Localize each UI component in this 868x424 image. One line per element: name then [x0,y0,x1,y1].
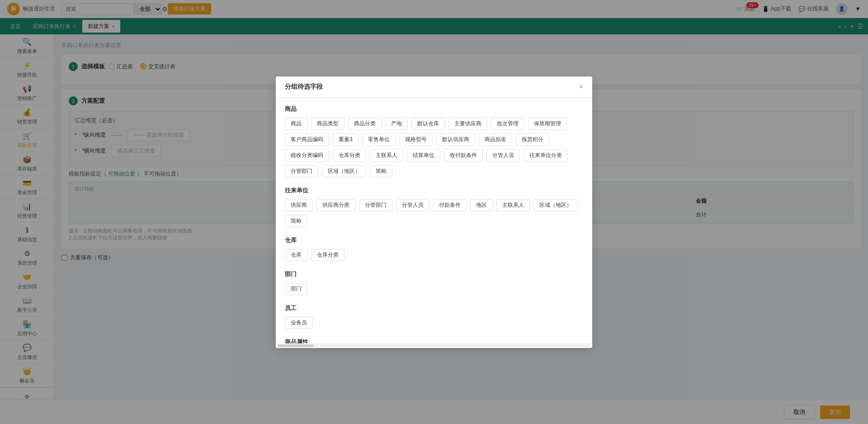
group-warehouse: 仓库 仓库 仓库分类 [285,236,583,261]
field-warehouse[interactable]: 仓库 [285,249,307,261]
field-default-warehouse[interactable]: 默认仓库 [411,118,445,130]
field-origin[interactable]: 产地 [385,118,408,130]
group-warehouse-title: 仓库 [285,236,583,244]
warehouse-fields: 仓库 仓库分类 [285,249,583,261]
modal-header: 分组待选字段 × [276,76,592,98]
field-region-partner[interactable]: 地区 [470,199,493,211]
group-partner-title: 往来单位 [285,186,583,195]
modal-horizontal-scrollbar[interactable] [276,343,592,348]
modal-body[interactable]: 商品 商品 商品类型 商品分类 产地 默认仓库 主要供应商 批次管理 保质期管理… [276,98,592,343]
partner-fields: 供应商 供应商分类 分管部门 分管人员 付款条件 地区 主联系人 区域（地区） … [285,199,583,227]
field-weight3[interactable]: 重量3 [333,133,359,146]
dept-fields: 部门 [285,283,583,295]
field-product-type[interactable]: 商品类型 [311,118,344,130]
field-retail-unit[interactable]: 零售单位 [362,133,396,146]
field-sales-person[interactable]: 业务员 [285,317,313,329]
modal-close-button[interactable]: × [579,83,583,91]
field-supplier[interactable]: 供应商 [285,199,313,211]
field-short-name-partner[interactable]: 简称 [285,215,307,227]
group-product-attr-title: 商品属性 [285,338,583,343]
field-customer-code[interactable]: 客户商品编码 [285,133,329,146]
field-product-alias[interactable]: 商品别名 [479,133,512,146]
modal-overlay: 分组待选字段 × 商品 商品 商品类型 商品分类 产地 默认仓库 主要供应商 批… [0,0,868,424]
field-spec-model[interactable]: 规格型号 [399,133,433,146]
field-mgmt-person[interactable]: 分管人员 [396,199,429,211]
field-supplier-category[interactable]: 供应商分类 [316,199,355,211]
hscroll-track [278,344,590,347]
group-product-title: 商品 [285,105,583,113]
field-dept-in-charge[interactable]: 分管部门 [285,165,318,177]
field-expiry-mgmt[interactable]: 保质期管理 [528,118,567,130]
field-warehouse-category[interactable]: 仓库分类 [333,149,366,162]
field-payment-condition[interactable]: 付款条件 [433,199,467,211]
field-payment-terms[interactable]: 收付款条件 [444,149,483,162]
group-employee-title: 员工 [285,304,583,312]
group-product: 商品 商品 商品类型 商品分类 产地 默认仓库 主要供应商 批次管理 保质期管理… [285,105,583,177]
field-region-partner2[interactable]: 区域（地区） [533,199,578,211]
field-partner-category[interactable]: 往来单位分类 [524,149,568,162]
modal: 分组待选字段 × 商品 商品 商品类型 商品分类 产地 默认仓库 主要供应商 批… [276,76,592,348]
field-settlement-unit[interactable]: 结算单位 [407,149,440,162]
field-main-contact-partner[interactable]: 主联系人 [496,199,530,211]
group-dept-title: 部门 [285,270,583,278]
field-short-name-product[interactable]: 简称 [370,165,392,177]
field-region-product[interactable]: 区域（地区） [322,165,366,177]
group-dept: 部门 部门 [285,270,583,295]
field-default-supplier[interactable]: 默认供应商 [436,133,475,146]
hscroll-thumb [278,344,314,347]
field-product-category[interactable]: 商品分类 [348,118,382,130]
product-fields: 商品 商品类型 商品分类 产地 默认仓库 主要供应商 批次管理 保质期管理 客户… [285,118,583,177]
field-supervisor[interactable]: 分管人员 [486,149,520,162]
group-product-attr: 商品属性 属性 颜色 多规格 尺码 鞋码 1 [285,338,583,343]
employee-fields: 业务员 [285,317,583,329]
field-warehouse-cat[interactable]: 仓库分类 [311,249,344,261]
field-tax-code[interactable]: 税收分类编码 [285,149,329,162]
field-mgmt-dept[interactable]: 分管部门 [359,199,392,211]
group-partner: 往来单位 供应商 供应商分类 分管部门 分管人员 付款条件 地区 主联系人 区域… [285,186,583,227]
field-main-supplier[interactable]: 主要供应商 [448,118,487,130]
field-pick-score[interactable]: 拣货积分 [516,133,549,146]
field-main-contact[interactable]: 主联系人 [370,149,403,162]
modal-title: 分组待选字段 [285,83,323,91]
field-batch-mgmt[interactable]: 批次管理 [491,118,524,130]
field-dept[interactable]: 部门 [285,283,307,295]
field-product[interactable]: 商品 [285,118,307,130]
group-employee: 员工 业务员 [285,304,583,329]
